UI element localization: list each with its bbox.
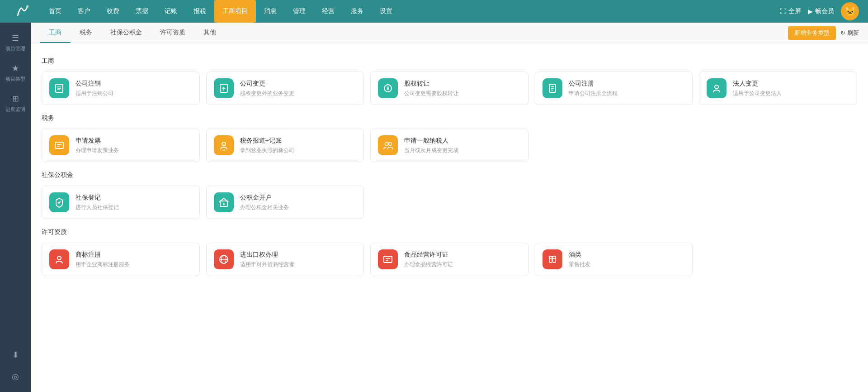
card-info-import-export: 进出口权办理 适用于对外贸易经营者 [240, 251, 294, 268]
sidebar-item-download[interactable]: ⬇ [0, 344, 31, 366]
card-icon-social-insurance [49, 192, 69, 212]
card-desc-import-export: 适用于对外贸易经营者 [240, 261, 294, 268]
refresh-label: 刷新 [847, 29, 859, 37]
vip-button[interactable]: ▶ 畅会员 [808, 7, 834, 15]
nav-item-home[interactable]: 首页 [41, 0, 70, 23]
card-food-license[interactable]: 食品经营许可证 办理食品经营许可证 [370, 243, 528, 276]
card-legal-person-change[interactable]: 法人变更 适用于公司变更法人 [699, 72, 857, 105]
nav-item-client[interactable]: 客户 [70, 0, 99, 23]
tab-bar-actions: 新增业务类型 ↻ 刷新 [788, 26, 859, 40]
nav-item-bookkeeping[interactable]: 记账 [156, 0, 185, 23]
card-info-legal-person-change: 法人变更 适用于公司变更法人 [733, 80, 782, 97]
card-title-company-register: 公司注册 [569, 80, 618, 88]
card-info-liquor: 酒类 零售批发 [569, 251, 590, 268]
svg-point-23 [57, 256, 61, 260]
nav-item-operation[interactable]: 经营 [314, 0, 343, 23]
main-layout: ☰ 项目管理 ★ 项目类型 ⊞ 进度监测 ⬇ ◎ 工商 税务 社保公积金 [0, 23, 868, 392]
card-trademark[interactable]: 商标注册 用于企业商标注册服务 [42, 243, 200, 276]
card-tax-bookkeeping[interactable]: 税 税务报道+记账 拿到营业执照的新公司 [206, 129, 364, 162]
card-housing-fund[interactable]: 公积金开户 办理公积金相关业务 [206, 186, 364, 219]
tab-shuiwu[interactable]: 税务 [71, 23, 101, 43]
nav-item-message[interactable]: 消息 [256, 0, 285, 23]
card-title-liquor: 酒类 [569, 251, 590, 259]
card-icon-liquor [542, 249, 562, 269]
card-title-food-license: 食品经营许可证 [404, 251, 453, 259]
card-icon-housing-fund [214, 192, 234, 212]
card-general-taxpayer[interactable]: 申请一般纳税人 当月或次月成变更完成 [370, 129, 528, 162]
card-title-housing-fund: 公积金开户 [240, 194, 289, 202]
card-icon-apply-invoice [49, 135, 69, 155]
card-desc-equity-transfer: 公司变更需要股权转让 [404, 90, 458, 97]
card-liquor[interactable]: 酒类 零售批发 [535, 243, 693, 276]
tab-gongshang[interactable]: 工商 [40, 23, 71, 43]
nav-item-business[interactable]: 工商项目 [214, 0, 256, 23]
card-title-import-export: 进出口权办理 [240, 251, 294, 259]
nav-item-settings[interactable]: 设置 [372, 0, 401, 23]
tab-other[interactable]: 其他 [194, 23, 225, 43]
card-icon-general-taxpayer [378, 135, 398, 155]
sidebar-item-project-management[interactable]: ☰ 项目管理 [0, 27, 31, 57]
cards-shuiwu: 申请发票 办理申请发票业务 税 税务报道+记账 拿到营业执照的新 [42, 129, 857, 162]
section-title-shuiwu: 税务 [42, 114, 857, 122]
card-company-cancel[interactable]: 公司注销 适用于注销公司 [42, 72, 200, 105]
svg-text:¥: ¥ [387, 86, 389, 91]
sidebar-item-progress-monitor[interactable]: ⊞ 进度监测 [0, 88, 31, 118]
cards-xuke: 商标注册 用于企业商标注册服务 进出口权办理 适用于对外贸易经 [42, 243, 857, 276]
nav-item-bill[interactable]: 票据 [127, 0, 156, 23]
svg-rect-14 [55, 142, 63, 148]
card-info-tax-bookkeeping: 税务报道+记账 拿到营业执照的新公司 [240, 137, 294, 154]
top-navigation: 首页 客户 收费 票据 记账 报税 工商项目 消息 管理 经营 服务 设置 ⛶ … [0, 0, 868, 23]
svg-point-22 [223, 203, 225, 205]
card-title-company-cancel: 公司注销 [75, 80, 113, 88]
vip-label: 畅会员 [815, 7, 834, 15]
cards-shebao: 社保登记 进行人员社保登记 公积金开户 办理公积金相关业务 [42, 186, 857, 219]
svg-point-19 [385, 143, 388, 146]
svg-point-0 [26, 5, 28, 8]
sidebar-item-location[interactable]: ◎ [0, 366, 31, 387]
scroll-content[interactable]: 工商 公司注销 适用于注销公司 [31, 43, 868, 392]
svg-text:税: 税 [222, 149, 225, 151]
add-type-button[interactable]: 新增业务类型 [788, 26, 836, 40]
sidebar-item-project-type[interactable]: ★ 项目类型 [0, 57, 31, 88]
fullscreen-button[interactable]: ⛶ 全屏 [780, 7, 801, 15]
tab-shebao[interactable]: 社保公积金 [101, 23, 151, 43]
mascot-avatar[interactable]: 🐱 [841, 2, 859, 20]
nav-item-fee[interactable]: 收费 [99, 0, 127, 23]
project-management-icon: ☰ [10, 33, 21, 43]
app-logo [9, 3, 36, 19]
nav-item-manage[interactable]: 管理 [285, 0, 314, 23]
tab-xuke[interactable]: 许可资质 [151, 23, 194, 43]
card-desc-company-cancel: 适用于注销公司 [75, 90, 113, 97]
top-right-tools: ⛶ 全屏 ▶ 畅会员 🐱 [780, 2, 859, 20]
card-title-trademark: 商标注册 [75, 251, 130, 259]
card-equity-transfer[interactable]: ¥ 股权转让 公司变更需要股权转让 [370, 72, 528, 105]
card-apply-invoice[interactable]: 申请发票 办理申请发票业务 [42, 129, 200, 162]
card-title-equity-transfer: 股权转让 [404, 80, 458, 88]
section-title-xuke: 许可资质 [42, 228, 857, 236]
nav-item-service[interactable]: 服务 [343, 0, 372, 23]
card-company-register[interactable]: 公司注册 申请公司注册全流程 [535, 72, 693, 105]
svg-point-17 [222, 142, 226, 146]
card-title-company-change: 公司变更 [240, 80, 294, 88]
card-import-export[interactable]: 进出口权办理 适用于对外贸易经营者 [206, 243, 364, 276]
card-info-housing-fund: 公积金开户 办理公积金相关业务 [240, 194, 289, 211]
cards-gongshang: 公司注销 适用于注销公司 公司变更 股权变更外的业务变更 [42, 72, 857, 105]
card-info-company-change: 公司变更 股权变更外的业务变更 [240, 80, 294, 97]
fullscreen-label: 全屏 [788, 7, 801, 15]
card-title-social-insurance: 社保登记 [75, 194, 119, 202]
card-title-tax-bookkeeping: 税务报道+记账 [240, 137, 294, 145]
card-desc-company-register: 申请公司注册全流程 [569, 90, 618, 97]
card-social-insurance[interactable]: 社保登记 进行人员社保登记 [42, 186, 200, 219]
download-icon: ⬇ [10, 349, 21, 360]
location-icon: ◎ [10, 371, 21, 382]
vip-icon: ▶ [808, 8, 813, 15]
card-info-company-cancel: 公司注销 适用于注销公司 [75, 80, 113, 97]
svg-rect-27 [384, 256, 392, 263]
nav-item-tax[interactable]: 报税 [185, 0, 214, 23]
refresh-button[interactable]: ↻ 刷新 [840, 29, 859, 37]
card-desc-trademark: 用于企业商标注册服务 [75, 261, 130, 268]
card-company-change[interactable]: 公司变更 股权变更外的业务变更 [206, 72, 364, 105]
card-icon-tax-bookkeeping: 税 [214, 135, 234, 155]
card-desc-general-taxpayer: 当月或次月成变更完成 [404, 147, 458, 154]
card-info-equity-transfer: 股权转让 公司变更需要股权转让 [404, 80, 458, 97]
